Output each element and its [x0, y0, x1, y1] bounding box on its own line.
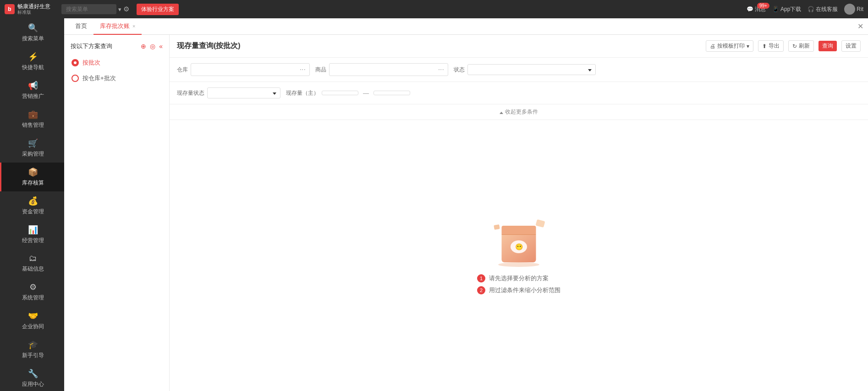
scheme-item-batch[interactable]: 按批次	[64, 55, 169, 71]
product-input[interactable]: ···	[329, 63, 448, 76]
inventory-status-select[interactable]	[207, 87, 280, 98]
user-avatar-area[interactable]: Rit	[844, 4, 863, 15]
collapse-label: 收起更多条件	[505, 108, 538, 116]
sidebar-item-label: 快捷导航	[22, 64, 44, 71]
basicinfo-icon: 🗂	[29, 254, 37, 263]
app-download-btn[interactable]: 📱 App下载	[772, 5, 801, 13]
collapse-bar[interactable]: 收起更多条件	[170, 104, 868, 120]
page-title: 现存量查询(按批次)	[177, 41, 241, 51]
scheme-warehouse-batch-label: 按仓库+批次	[82, 74, 116, 82]
refresh-btn[interactable]: ↻ 刷新	[788, 40, 814, 52]
sidebar-item-system[interactable]: ⚙ 系统管理	[0, 277, 64, 306]
manage-scheme-icon[interactable]: ◎	[150, 43, 155, 50]
empty-deco-1	[535, 219, 545, 228]
headset-icon: 🎧	[808, 6, 814, 12]
version-label: 标准版	[17, 10, 50, 15]
filter-panel-header-icons: ⊕ ◎ «	[141, 43, 163, 50]
product-label: 商品	[315, 66, 326, 74]
phone-icon: 📱	[772, 6, 779, 12]
marketing-icon: 📢	[28, 81, 38, 91]
online-service-label: 在线客服	[816, 5, 838, 13]
username: Rit	[857, 6, 863, 12]
online-service-btn[interactable]: 🎧 在线客服	[808, 5, 838, 13]
collapse-panel-icon[interactable]: «	[159, 43, 163, 50]
sidebar-item-search[interactable]: 🔍 搜索菜单	[0, 18, 64, 47]
tab-active-label: 库存批次账	[100, 22, 130, 30]
brand: b 畅康通好生意 标准版	[5, 3, 50, 15]
status-field: 状态	[454, 64, 596, 75]
tab-bar-close-icon[interactable]: ✕	[857, 22, 863, 31]
filter-panel: 按以下方案查询 ⊕ ◎ « 按批次 按仓库+批次	[64, 35, 170, 391]
sidebar-item-enterprise[interactable]: 🤝 企业协同	[0, 306, 64, 335]
purchase-icon: 🛒	[28, 138, 38, 148]
query-header: 现存量查询(按批次) 🖨 按模板打印 ▾ ⬆ 导出 ↻	[170, 35, 868, 58]
sidebar-item-label: 应用中心	[22, 380, 44, 388]
scheme-item-warehouse-batch[interactable]: 按仓库+批次	[64, 71, 169, 86]
avatar	[844, 4, 855, 15]
print-btn-label: 按模板打印	[717, 42, 745, 50]
settings-icon[interactable]: ⚙	[123, 5, 129, 13]
sidebar-item-beginner[interactable]: 🎓 新手引导	[0, 335, 64, 364]
tab-inventory-batch[interactable]: 库存批次账 ×	[93, 18, 142, 35]
sidebar-item-label: 系统管理	[22, 294, 44, 302]
refresh-icon: ↻	[792, 43, 797, 49]
topbar: b 畅康通好生意 标准版 ▾ ⚙ 体验行业方案 💬 消息 99+ 📱 App下载…	[0, 0, 868, 18]
tab-home[interactable]: 首页	[69, 18, 93, 35]
empty-illustration: 😶	[491, 217, 546, 267]
query-btn[interactable]: 查询	[819, 41, 837, 51]
brand-logo: b	[5, 4, 15, 14]
export-btn-label: 导出	[769, 42, 780, 50]
step-2-label: 用过滤条件来缩小分析范围	[489, 286, 560, 294]
sidebar-item-marketing[interactable]: 📢 营销推广	[0, 76, 64, 105]
tab-close-icon[interactable]: ×	[132, 23, 135, 29]
filter-panel-header: 按以下方案查询 ⊕ ◎ «	[64, 39, 169, 55]
chevron-down-icon[interactable]: ▾	[118, 6, 121, 13]
sidebar-item-sales[interactable]: 💼 销售管理	[0, 105, 64, 134]
sidebar-item-basic-info[interactable]: 🗂 基础信息	[0, 249, 64, 277]
warehouse-field: 仓库 ···	[177, 63, 310, 76]
page-content: 按以下方案查询 ⊕ ◎ « 按批次 按仓库+批次	[64, 35, 868, 391]
sidebar-item-quicknav[interactable]: ⚡ 快捷导航	[0, 47, 64, 76]
add-scheme-icon[interactable]: ⊕	[141, 43, 146, 50]
scheme-radio-empty	[71, 75, 79, 82]
sidebar-item-inventory[interactable]: 📦 库存核算	[0, 163, 64, 191]
export-icon: ⬆	[762, 43, 767, 49]
inventory-main-field: 现存量（主） —	[286, 89, 410, 97]
empty-deco-2	[494, 224, 500, 230]
print-chevron-icon[interactable]: ▾	[747, 43, 749, 49]
print-btn[interactable]: 🖨 按模板打印 ▾	[706, 40, 753, 52]
export-btn[interactable]: ⬆ 导出	[758, 40, 784, 52]
inventory-main-to[interactable]	[374, 91, 410, 95]
quicknav-icon: ⚡	[28, 52, 38, 62]
sales-icon: 💼	[28, 109, 38, 119]
topbar-right: 💬 消息 99+ 📱 App下载 🎧 在线客服 Rit	[747, 4, 863, 15]
search-input[interactable]	[61, 4, 116, 14]
warehouse-dots-icon[interactable]: ···	[300, 65, 306, 74]
print-icon: 🖨	[710, 43, 715, 49]
inventory-status-field: 现存量状态	[177, 87, 280, 98]
sidebar-item-purchase[interactable]: 🛒 采购管理	[0, 134, 64, 163]
message-btn[interactable]: 💬 消息 99+	[747, 5, 766, 13]
status-chevron-icon	[588, 66, 592, 73]
sidebar-item-finance[interactable]: 💰 资金管理	[0, 191, 64, 220]
message-badge: 99+	[757, 3, 769, 9]
sidebar-item-label: 营销推广	[22, 92, 44, 100]
content-area: 首页 库存批次账 × ✕ 按以下方案查询 ⊕ ◎ «	[64, 18, 868, 391]
settings-btn[interactable]: 设置	[841, 40, 861, 52]
experience-btn[interactable]: 体验行业方案	[137, 4, 179, 15]
inventory-main-from[interactable]	[322, 91, 358, 95]
warehouse-input[interactable]: ···	[191, 63, 310, 76]
sidebar-item-label: 新手引导	[22, 352, 44, 359]
search-area: ▾ ⚙	[61, 4, 129, 14]
empty-shadow	[498, 262, 539, 267]
finance-icon: 💰	[28, 196, 38, 206]
filter-row-2: 现存量状态 现存量（主） —	[170, 82, 868, 104]
tab-home-label: 首页	[75, 22, 87, 30]
inventory-dash: —	[361, 90, 371, 97]
product-dots-icon[interactable]: ···	[438, 65, 444, 74]
main-layout: 🔍 搜索菜单 ⚡ 快捷导航 📢 营销推广 💼 销售管理 🛒 采购管理 📦 库存核…	[0, 18, 868, 391]
status-select[interactable]	[467, 64, 596, 75]
sidebar-item-appstore[interactable]: 🔧 应用中心	[0, 364, 64, 391]
sidebar-item-operations[interactable]: 📊 经营管理	[0, 220, 64, 249]
warehouse-label: 仓库	[177, 66, 188, 74]
